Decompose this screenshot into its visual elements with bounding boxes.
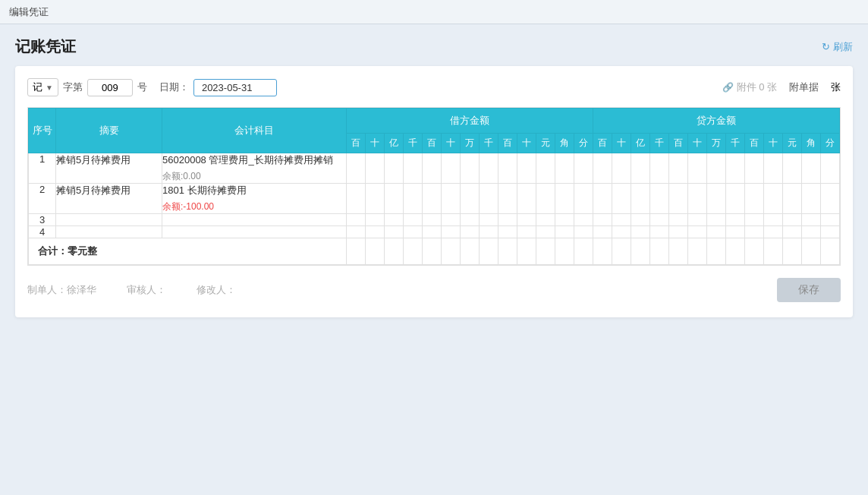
- row-0-credit-5[interactable]: [688, 153, 707, 184]
- row-1-credit-8[interactable]: [745, 184, 764, 214]
- row-1-credit-6[interactable]: [707, 184, 726, 214]
- row-0-credit-6[interactable]: [707, 153, 726, 184]
- row-0-debit-0[interactable]: [347, 153, 366, 184]
- row-1-credit-9[interactable]: [764, 184, 783, 214]
- row-3-credit-12[interactable]: [821, 226, 840, 238]
- row-2-credit-2[interactable]: [631, 214, 650, 226]
- row-1-debit-3[interactable]: [404, 184, 423, 214]
- voucher-type-select[interactable]: 记 ▼: [27, 78, 58, 96]
- row-1-credit-10[interactable]: [783, 184, 802, 214]
- row-2-credit-1[interactable]: [612, 214, 631, 226]
- row-0-credit-4[interactable]: [669, 153, 688, 184]
- row-3-summary[interactable]: [56, 226, 162, 238]
- row-3-credit-8[interactable]: [745, 226, 764, 238]
- row-1-debit-2[interactable]: [385, 184, 404, 214]
- row-1-debit-1[interactable]: [366, 184, 385, 214]
- row-3-credit-4[interactable]: [669, 226, 688, 238]
- row-1-debit-11[interactable]: [555, 184, 574, 214]
- row-3-debit-11[interactable]: [555, 226, 574, 238]
- row-2-credit-11[interactable]: [802, 214, 821, 226]
- row-1-debit-12[interactable]: [574, 184, 593, 214]
- row-2-summary[interactable]: [56, 214, 162, 226]
- row-0-credit-0[interactable]: [593, 153, 612, 184]
- row-3-debit-9[interactable]: [517, 226, 536, 238]
- row-2-debit-1[interactable]: [366, 214, 385, 226]
- row-2-credit-7[interactable]: [726, 214, 745, 226]
- row-2-debit-11[interactable]: [555, 214, 574, 226]
- row-1-debit-9[interactable]: [517, 184, 536, 214]
- row-2-debit-5[interactable]: [442, 214, 461, 226]
- row-0-account[interactable]: 56020008 管理费用_长期待摊费用摊销余额:0.00: [162, 153, 347, 184]
- row-3-debit-6[interactable]: [461, 226, 480, 238]
- row-0-credit-8[interactable]: [745, 153, 764, 184]
- row-2-credit-6[interactable]: [707, 214, 726, 226]
- row-2-debit-6[interactable]: [461, 214, 480, 226]
- row-1-credit-12[interactable]: [821, 184, 840, 214]
- row-0-debit-5[interactable]: [442, 153, 461, 184]
- row-3-credit-0[interactable]: [593, 226, 612, 238]
- row-2-credit-12[interactable]: [821, 214, 840, 226]
- row-2-credit-10[interactable]: [783, 214, 802, 226]
- row-0-debit-9[interactable]: [517, 153, 536, 184]
- row-0-credit-1[interactable]: [612, 153, 631, 184]
- row-0-debit-6[interactable]: [461, 153, 480, 184]
- row-1-debit-5[interactable]: [442, 184, 461, 214]
- row-3-credit-6[interactable]: [707, 226, 726, 238]
- row-1-debit-10[interactable]: [536, 184, 555, 214]
- row-3-debit-8[interactable]: [498, 226, 517, 238]
- row-1-credit-1[interactable]: [612, 184, 631, 214]
- row-3-credit-7[interactable]: [726, 226, 745, 238]
- row-3-credit-10[interactable]: [783, 226, 802, 238]
- row-0-debit-1[interactable]: [366, 153, 385, 184]
- row-2-credit-8[interactable]: [745, 214, 764, 226]
- row-0-credit-9[interactable]: [764, 153, 783, 184]
- date-input[interactable]: [193, 79, 277, 96]
- row-1-debit-4[interactable]: [423, 184, 442, 214]
- row-2-debit-7[interactable]: [480, 214, 498, 226]
- row-1-debit-8[interactable]: [498, 184, 517, 214]
- row-0-debit-3[interactable]: [404, 153, 423, 184]
- row-3-debit-3[interactable]: [404, 226, 423, 238]
- row-3-debit-10[interactable]: [536, 226, 555, 238]
- row-1-debit-7[interactable]: [480, 184, 498, 214]
- row-3-account[interactable]: [162, 226, 347, 238]
- row-0-debit-2[interactable]: [385, 153, 404, 184]
- row-1-credit-7[interactable]: [726, 184, 745, 214]
- row-2-debit-4[interactable]: [423, 214, 442, 226]
- row-1-credit-2[interactable]: [631, 184, 650, 214]
- row-3-debit-0[interactable]: [347, 226, 366, 238]
- row-1-account[interactable]: 1801 长期待摊费用余额:-100.00: [162, 184, 347, 214]
- row-3-debit-1[interactable]: [366, 226, 385, 238]
- refresh-button[interactable]: ↻ 刷新: [822, 40, 853, 54]
- row-2-debit-3[interactable]: [404, 214, 423, 226]
- row-0-debit-7[interactable]: [480, 153, 498, 184]
- row-1-debit-6[interactable]: [461, 184, 480, 214]
- row-1-credit-3[interactable]: [650, 184, 669, 214]
- row-1-summary[interactable]: 摊销5月待摊费用: [56, 184, 162, 214]
- row-2-credit-0[interactable]: [593, 214, 612, 226]
- row-2-debit-8[interactable]: [498, 214, 517, 226]
- row-1-credit-0[interactable]: [593, 184, 612, 214]
- row-3-credit-9[interactable]: [764, 226, 783, 238]
- row-1-credit-11[interactable]: [802, 184, 821, 214]
- row-0-credit-11[interactable]: [802, 153, 821, 184]
- row-0-debit-8[interactable]: [498, 153, 517, 184]
- row-0-credit-12[interactable]: [821, 153, 840, 184]
- row-0-summary[interactable]: 摊销5月待摊费用: [56, 153, 162, 184]
- row-0-debit-11[interactable]: [555, 153, 574, 184]
- row-1-credit-5[interactable]: [688, 184, 707, 214]
- row-2-debit-9[interactable]: [517, 214, 536, 226]
- row-3-debit-5[interactable]: [442, 226, 461, 238]
- row-0-credit-7[interactable]: [726, 153, 745, 184]
- row-3-credit-3[interactable]: [650, 226, 669, 238]
- row-2-credit-9[interactable]: [764, 214, 783, 226]
- row-0-credit-2[interactable]: [631, 153, 650, 184]
- row-0-debit-10[interactable]: [536, 153, 555, 184]
- row-2-debit-0[interactable]: [347, 214, 366, 226]
- row-3-credit-5[interactable]: [688, 226, 707, 238]
- voucher-number-input[interactable]: [87, 79, 133, 96]
- row-3-debit-7[interactable]: [480, 226, 498, 238]
- row-2-debit-12[interactable]: [574, 214, 593, 226]
- row-3-debit-4[interactable]: [423, 226, 442, 238]
- row-2-credit-5[interactable]: [688, 214, 707, 226]
